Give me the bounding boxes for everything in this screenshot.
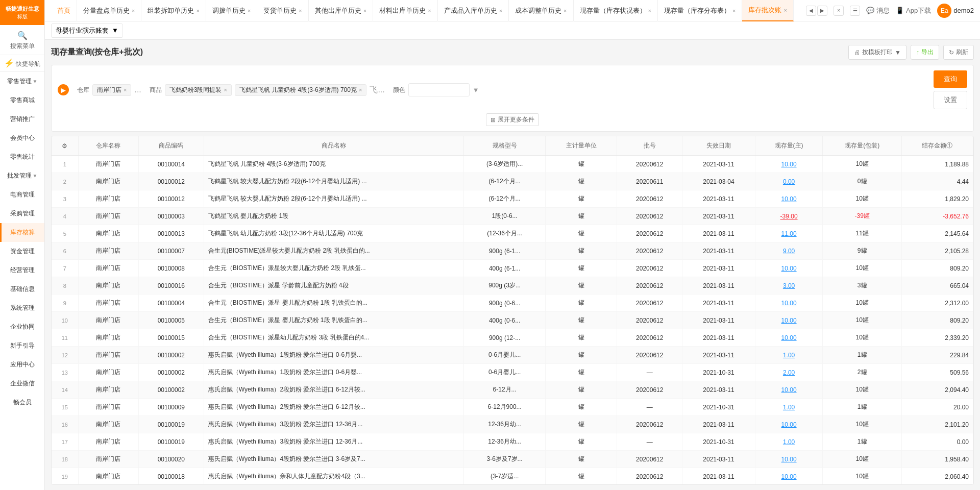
- product-more-button[interactable]: 飞...: [370, 85, 384, 95]
- print-button[interactable]: 🖨 按模板打印 ▼: [848, 45, 906, 60]
- product-filter-tag-1[interactable]: 飞鹤奶粉3段同提装 ×: [165, 84, 232, 96]
- product-filter-tag-2-remove[interactable]: ×: [359, 87, 362, 93]
- cell-amount: 20.00: [901, 399, 973, 416]
- sidebar-item-enterprise[interactable]: 企业协同: [0, 317, 44, 336]
- sidebar-item-retail-stats[interactable]: 零售统计: [0, 148, 44, 166]
- cell-qty-main[interactable]: 10.00: [755, 156, 823, 173]
- tab-other-outbound[interactable]: 其他出库单历史 ×: [309, 0, 373, 21]
- query-button[interactable]: 查询: [934, 70, 967, 88]
- cell-qty-main[interactable]: 2.00: [755, 364, 823, 381]
- product-filter-tag-1-remove[interactable]: ×: [224, 87, 227, 93]
- app-download-button[interactable]: 📱 App下载: [896, 6, 931, 15]
- sidebar-item-basic[interactable]: 基础信息: [0, 280, 44, 299]
- cell-qty-main[interactable]: 10.00: [755, 312, 823, 329]
- tab-inventory-status[interactable]: 现存量（库存状况表） ×: [574, 0, 658, 21]
- tab-cost-adjust-close[interactable]: ×: [564, 8, 567, 14]
- warehouse-filter-tag[interactable]: 南岸门店 ×: [92, 84, 131, 96]
- tab-home[interactable]: 首页: [51, 0, 77, 21]
- cell-qty-main[interactable]: 10.00: [755, 260, 823, 277]
- sidebar-item-finance[interactable]: 资金管理: [0, 242, 44, 261]
- col-settings[interactable]: ⚙: [52, 136, 78, 156]
- cell-name: 飞鹤星飞帆 较大婴儿配方奶粉 2段(6-12个月婴幼儿适用) ...: [204, 173, 463, 190]
- sidebar-item-appcenter[interactable]: 应用中心: [0, 355, 44, 374]
- sidebar-shortcut-button[interactable]: ⚡ 快捷导航: [0, 55, 44, 72]
- sidebar-item-retail-shop[interactable]: 零售商城: [0, 91, 44, 110]
- expand-conditions-button[interactable]: ⊞ 展开更多条件: [486, 113, 539, 126]
- cell-amount: 2,105.28: [901, 242, 973, 260]
- sidebar-item-ecommerce[interactable]: 电商管理: [0, 185, 44, 204]
- tab-requisition[interactable]: 要货单历史 ×: [257, 0, 308, 21]
- tab-inventory-dist-close[interactable]: ×: [732, 8, 736, 14]
- tab-batch-account-close[interactable]: ×: [783, 7, 787, 13]
- cell-qty-main[interactable]: 10.00: [755, 190, 823, 208]
- cell-qty-pkg: -39罐: [823, 208, 902, 225]
- sidebar-item-retail[interactable]: 零售管理 ▼: [0, 72, 44, 91]
- tab-inventory-status-close[interactable]: ×: [648, 8, 651, 14]
- cell-qty-main[interactable]: 3.00: [755, 277, 823, 295]
- cell-warehouse: 南岸门店: [78, 468, 138, 485]
- org-selector[interactable]: 母婴行业演示账套 ▼: [51, 23, 123, 38]
- tab-transfer-close[interactable]: ×: [248, 8, 251, 14]
- tab-cost-adjust[interactable]: 成本调整单历史 ×: [509, 0, 573, 21]
- cell-qty-main[interactable]: 10.00: [755, 451, 823, 468]
- sidebar-item-system[interactable]: 系统管理: [0, 299, 44, 317]
- tab-assembly-close[interactable]: ×: [196, 8, 199, 14]
- tab-batch-account[interactable]: 库存批次账 ×: [742, 0, 793, 21]
- user-profile[interactable]: Ea demo2: [937, 4, 974, 18]
- cell-qty-main[interactable]: 1.00: [755, 433, 823, 451]
- message-button[interactable]: 💬 消息: [866, 6, 890, 15]
- tab-requisition-close[interactable]: ×: [299, 8, 302, 14]
- tab-split-inventory[interactable]: 分量盘点单历史 ×: [77, 0, 141, 21]
- tab-material-outbound-close[interactable]: ×: [428, 8, 431, 14]
- cell-unit: 罐: [546, 312, 617, 329]
- sidebar-item-member[interactable]: 会员中心: [0, 129, 44, 148]
- tab-menu[interactable]: ☰: [850, 6, 860, 16]
- cell-qty-main[interactable]: 1.00: [755, 399, 823, 416]
- sidebar-item-marketing[interactable]: 营销推广: [0, 110, 44, 129]
- tab-assembly[interactable]: 组装拆卸单历史 ×: [141, 0, 206, 21]
- export-button[interactable]: ↑ 导出: [911, 45, 939, 60]
- cell-qty-main[interactable]: 9.00: [755, 242, 823, 260]
- cell-qty-main[interactable]: 10.00: [755, 468, 823, 485]
- cell-qty-main[interactable]: 1.00: [755, 347, 823, 364]
- sidebar-item-enterprise-wechat[interactable]: 企业微信: [0, 374, 44, 393]
- sidebar-logo[interactable]: 畅捷通好生意 标版: [0, 0, 44, 25]
- cell-code: 00100012: [138, 190, 204, 208]
- tab-finished-goods-close[interactable]: ×: [499, 8, 502, 14]
- sidebar-item-newguide[interactable]: 新手引导: [0, 336, 44, 355]
- sidebar-item-operations[interactable]: 经营管理: [0, 261, 44, 280]
- cell-qty-main[interactable]: 11.00: [755, 225, 823, 242]
- tab-scroll-left[interactable]: ◀: [806, 6, 816, 16]
- cell-qty-main[interactable]: 10.00: [755, 381, 823, 399]
- cell-qty-main[interactable]: 10.00: [755, 295, 823, 312]
- sidebar-item-purchase[interactable]: 采购管理: [0, 204, 44, 223]
- tab-material-outbound[interactable]: 材料出库单历史 ×: [373, 0, 437, 21]
- tab-close-all[interactable]: ×: [834, 6, 844, 16]
- product-filter-value-1: 飞鹤奶粉3段同提装: [169, 86, 222, 94]
- sidebar-item-vip[interactable]: 畅会员: [0, 393, 44, 412]
- cell-qty-main[interactable]: 10.00: [755, 329, 823, 347]
- tab-scroll-right[interactable]: ▶: [817, 6, 827, 16]
- sidebar-item-enterprise-label: 企业协同: [0, 323, 44, 331]
- cell-qty-main[interactable]: 10.00: [755, 416, 823, 433]
- table-header-row: ⚙ 仓库名称 商品编码 商品名称 规格型号 主计量单位 批号 失效日期 现存量(…: [52, 136, 973, 156]
- tab-transfer[interactable]: 调拨单历史 ×: [206, 0, 257, 21]
- product-filter-tag-2[interactable]: 飞鹤星飞帆 儿童奶粉 4段(3-6岁适用) 700克 ×: [235, 84, 366, 96]
- setting-button[interactable]: 设置: [934, 91, 967, 109]
- sidebar-item-wholesale[interactable]: 批发管理 ▼: [0, 166, 44, 185]
- tab-inventory-dist[interactable]: 现存量（库存分布表） ×: [658, 0, 742, 21]
- warehouse-more-button[interactable]: ...: [134, 85, 141, 94]
- filter-expand-icon[interactable]: ▶: [58, 84, 69, 95]
- sidebar-search-button[interactable]: 🔍 搜索菜单: [0, 25, 44, 55]
- sidebar-item-inventory[interactable]: 库存核算: [0, 223, 44, 242]
- cell-qty-main[interactable]: 0.00: [755, 173, 823, 190]
- tab-other-outbound-close[interactable]: ×: [363, 8, 366, 14]
- cell-no: 5: [52, 225, 78, 242]
- tab-split-inventory-close[interactable]: ×: [132, 8, 135, 14]
- color-filter-input[interactable]: [408, 83, 470, 96]
- table-row: 9 南岸门店 00100004 合生元（BIOSTIME）派星 婴儿配方奶粉 1…: [52, 295, 973, 312]
- tab-finished-goods[interactable]: 产成品入库单历史 ×: [438, 0, 509, 21]
- refresh-button[interactable]: ↻ 刷新: [943, 45, 974, 60]
- warehouse-filter-remove[interactable]: ×: [124, 87, 127, 93]
- color-filter-dropdown[interactable]: ▼: [473, 86, 479, 94]
